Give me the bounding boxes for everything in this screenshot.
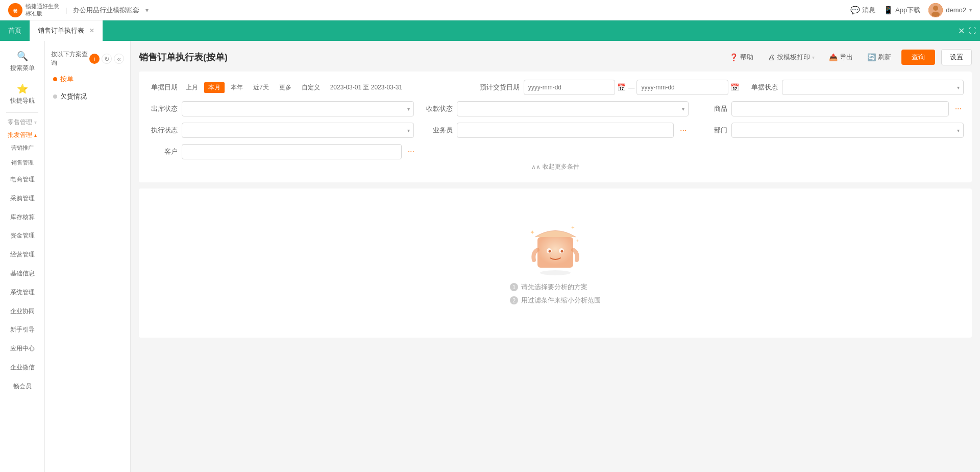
filter-delivery-group: 预计交货日期 📅 — 📅 bbox=[480, 80, 740, 95]
scheme-debt[interactable]: 欠货情况 bbox=[45, 88, 130, 105]
settings-btn[interactable]: 设置 bbox=[941, 49, 972, 65]
svg-text:畅: 畅 bbox=[13, 9, 17, 13]
empty-illustration: ✦ ✦ ✦ bbox=[530, 219, 581, 270]
scheme-order[interactable]: 按单 bbox=[45, 70, 130, 88]
sidebar-top: 🔍 搜索菜单 ⭐ 快捷导航 零售管理 ▾ 批发管理 ▴ 营销推广 销售管理 bbox=[0, 41, 44, 400]
print-btn[interactable]: 🖨 按模板打印 ▾ bbox=[764, 51, 819, 64]
export-btn[interactable]: 📤 导出 bbox=[825, 51, 857, 64]
current-month-btn[interactable]: 本月 bbox=[204, 82, 225, 93]
filter-product-group: 商品 ··· bbox=[697, 101, 964, 116]
department-select[interactable] bbox=[731, 123, 964, 138]
filter-row-4: 客户 ··· bbox=[147, 144, 964, 159]
filter-salesperson-group: 业务员 ··· bbox=[422, 123, 689, 138]
tab-close-icon[interactable]: ✕ bbox=[89, 27, 94, 34]
filter-row-3: 执行状态 ▾ 业务员 ··· 部门 bbox=[147, 123, 964, 138]
sidebar-system[interactable]: 系统管理 bbox=[0, 283, 44, 302]
customer-input[interactable] bbox=[182, 144, 402, 159]
sidebar-sales[interactable]: 销售管理 bbox=[0, 155, 44, 170]
export-icon: 📤 bbox=[829, 53, 838, 61]
tab-sales-order[interactable]: 销售订单执行表 ✕ bbox=[30, 20, 103, 41]
collapse-panel-btn[interactable]: « bbox=[114, 54, 124, 64]
refresh-icon: 🔄 bbox=[867, 53, 876, 61]
delivery-start-input[interactable] bbox=[524, 80, 616, 95]
sidebar-ecommerce[interactable]: 电商管理 bbox=[0, 170, 44, 189]
sidebar-newbie[interactable]: 新手引导 bbox=[0, 320, 44, 339]
sidebar-wholesale[interactable]: 批发管理 ▴ bbox=[0, 128, 44, 140]
tab-home[interactable]: 首页 bbox=[0, 20, 30, 41]
sidebar-shortcut[interactable]: ⭐ 快捷导航 bbox=[0, 78, 44, 110]
page-title: 销售订单执行表(按单) bbox=[139, 51, 228, 63]
product-input[interactable] bbox=[731, 101, 948, 116]
delivery-date-range: 📅 — 📅 bbox=[524, 80, 740, 95]
print-icon: 🖨 bbox=[768, 53, 775, 61]
shortcut-icon: ⭐ bbox=[2, 83, 42, 96]
outbound-select[interactable] bbox=[182, 101, 414, 116]
query-btn[interactable]: 查询 bbox=[901, 50, 935, 65]
salesperson-ellipsis[interactable]: ··· bbox=[678, 126, 689, 135]
empty-state: ✦ ✦ ✦ 1 请先选择要分析的方案 2 用过滤条件来缩小分析范围 bbox=[139, 188, 972, 338]
svg-point-10 bbox=[561, 250, 564, 253]
collection-select-wrapper: ▾ bbox=[457, 101, 689, 116]
svg-point-3 bbox=[933, 6, 938, 11]
tab-expand-icon[interactable]: ⛶ bbox=[969, 27, 976, 35]
sidebar-marketing[interactable]: 营销推广 bbox=[0, 140, 44, 155]
sidebar-finance[interactable]: 资金管理 bbox=[0, 226, 44, 245]
tab-close-all-icon[interactable]: ✕ bbox=[958, 26, 965, 36]
tab-sales-label: 销售订单执行表 bbox=[38, 26, 84, 35]
divider bbox=[6, 112, 38, 113]
product-label: 商品 bbox=[697, 104, 727, 113]
sidebar-appstore[interactable]: 应用中心 bbox=[0, 339, 44, 358]
year-btn[interactable]: 本年 bbox=[227, 82, 247, 93]
user-name: demo2 bbox=[946, 6, 966, 14]
more-btn[interactable]: 更多 bbox=[275, 82, 296, 93]
sidebar-member[interactable]: 畅会员 bbox=[0, 377, 44, 396]
sidebar-search[interactable]: 🔍 搜索菜单 bbox=[0, 45, 44, 78]
sidebar-purchase[interactable]: 采购管理 bbox=[0, 189, 44, 208]
app-icon: 📱 bbox=[884, 6, 893, 15]
page-actions: ❓ 帮助 🖨 按模板打印 ▾ 📤 导出 🔄 刷新 bbox=[725, 49, 972, 65]
filter-row-1: 单据日期 上月 本月 本年 近7天 更多 自定义 2023-03-01 至 20… bbox=[147, 80, 964, 95]
empty-tip-2: 2 用过滤条件来缩小分析范围 bbox=[510, 294, 601, 307]
left-panel-actions: + ↻ « bbox=[89, 54, 124, 64]
product-ellipsis[interactable]: ··· bbox=[953, 104, 964, 113]
doc-status-select[interactable] bbox=[782, 80, 964, 95]
page-header: 销售订单执行表(按单) ❓ 帮助 🖨 按模板打印 ▾ 📤 导出 bbox=[139, 49, 972, 65]
refresh-btn[interactable]: 🔄 刷新 bbox=[863, 51, 895, 64]
salesperson-input[interactable] bbox=[457, 123, 674, 138]
sidebar-enterprise[interactable]: 企业协同 bbox=[0, 302, 44, 321]
customer-ellipsis[interactable]: ··· bbox=[406, 147, 416, 156]
message-btn[interactable]: 💬 消息 bbox=[850, 6, 875, 15]
execution-select-wrapper: ▾ bbox=[182, 123, 414, 138]
dropdown-icon[interactable]: ▾ bbox=[145, 7, 149, 14]
department-label: 部门 bbox=[697, 126, 727, 135]
refresh-scheme-btn[interactable]: ↻ bbox=[102, 54, 112, 64]
header-right: 💬 消息 📱 App下载 demo2 ▾ bbox=[850, 3, 972, 17]
collection-select[interactable] bbox=[457, 101, 689, 116]
user-menu[interactable]: demo2 ▾ bbox=[928, 3, 972, 17]
execution-select[interactable] bbox=[182, 123, 414, 138]
right-content: 销售订单执行表(按单) ❓ 帮助 🖨 按模板打印 ▾ 📤 导出 bbox=[131, 41, 980, 472]
sidebar-operations[interactable]: 经营管理 bbox=[0, 245, 44, 264]
delivery-label: 预计交货日期 bbox=[480, 83, 520, 92]
delivery-end-input[interactable] bbox=[636, 80, 728, 95]
sidebar-wechat[interactable]: 企业微信 bbox=[0, 358, 44, 377]
calendar-icon-1[interactable]: 📅 bbox=[617, 83, 626, 91]
sidebar-basic[interactable]: 基础信息 bbox=[0, 264, 44, 283]
svg-text:✦: ✦ bbox=[576, 239, 579, 243]
logo-icon: 畅 bbox=[8, 3, 22, 17]
collection-label: 收款状态 bbox=[422, 104, 453, 113]
tip-num-2: 2 bbox=[510, 296, 518, 304]
prev-month-btn[interactable]: 上月 bbox=[182, 82, 202, 93]
filter-date-group: 单据日期 上月 本月 本年 近7天 更多 自定义 2023-03-01 至 20… bbox=[147, 82, 472, 93]
customer-label: 客户 bbox=[147, 147, 178, 156]
add-scheme-btn[interactable]: + bbox=[89, 54, 100, 64]
seven-days-btn[interactable]: 近7天 bbox=[249, 82, 273, 93]
custom-btn[interactable]: 自定义 bbox=[298, 82, 324, 93]
collapse-filter-btn[interactable]: ∧∧ 收起更多条件 bbox=[147, 159, 964, 174]
message-icon: 💬 bbox=[850, 6, 860, 15]
sidebar-inventory[interactable]: 库存核算 bbox=[0, 208, 44, 227]
app-download-btn[interactable]: 📱 App下载 bbox=[884, 6, 920, 15]
help-btn[interactable]: ❓ 帮助 bbox=[725, 51, 757, 64]
calendar-icon-2[interactable]: 📅 bbox=[730, 83, 739, 91]
sidebar-retail[interactable]: 零售管理 ▾ bbox=[0, 115, 44, 128]
